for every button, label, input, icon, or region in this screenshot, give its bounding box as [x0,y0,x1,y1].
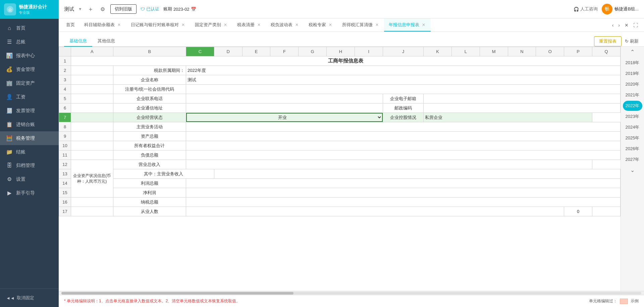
old-version-btn[interactable]: 切到旧版 [110,4,137,14]
sheet-cell-12-1[interactable]: 营业总收入 [113,160,186,169]
sheet-cell-17-2[interactable] [186,207,564,216]
sheet-cell-13-0[interactable]: 其中：主营业务收入 [113,169,214,179]
sheet-cell-17-4[interactable] [592,207,620,216]
sheet-cell-8-0[interactable] [71,122,113,132]
year-item-2026[interactable]: 2026年 [623,144,642,154]
refresh-btn[interactable]: ↻ 刷新 [625,38,639,44]
tab-close-journal-bank[interactable]: ✕ [181,22,185,28]
sheet-cell-5-0[interactable] [71,94,113,103]
tab-next-btn[interactable]: › [616,21,622,29]
col-header-n[interactable]: N [508,47,536,56]
sheet-cell-6-3[interactable]: 邮政编码 [383,103,424,113]
col-header-p[interactable]: P [564,47,592,56]
year-scroll-down-btn[interactable]: ⌄ [630,168,635,173]
sheet-cell-16-0[interactable] [71,198,113,207]
service-btn[interactable]: 🎧 人工咨询 [574,6,598,12]
sidebar-item-inventory[interactable]: 📋进销台账 [0,118,59,131]
col-header-c[interactable]: C [186,47,214,56]
calendar-icon[interactable]: 📅 [191,7,196,12]
tab-close-annual-report[interactable]: ✕ [421,22,426,28]
sheet-cell-15-0[interactable]: 净利润 [113,188,186,198]
sheet-cell-3-0[interactable] [71,75,113,85]
sheet-cell-14-1[interactable] [186,179,621,188]
sheet-cell-3-1[interactable]: 企业名称 [113,75,186,85]
sheet-cell-8-1[interactable]: 主营业务活动 [113,122,186,132]
col-header-d[interactable]: D [214,47,242,56]
sidebar-item-closing[interactable]: 📁结账 [0,145,59,159]
sheet-cell-10-2[interactable] [186,141,621,150]
sheet-cell-11-2[interactable] [186,150,621,160]
sheet-cell-7-2[interactable]: 开业注销吊销迁出撤销 [186,113,383,122]
sidebar-item-invoice[interactable]: 🧾发票管理 [0,104,59,118]
sheet-cell-4-2[interactable] [186,85,621,94]
sheet-cell-7-0[interactable] [71,113,113,122]
tab-close-income-tax[interactable]: ✕ [375,22,379,28]
tab-close-aux-balance[interactable]: ✕ [117,22,121,28]
sheet-cell-17-3[interactable]: 0 [564,207,592,216]
col-header-i[interactable]: I [355,47,383,56]
sheet-title[interactable]: 工商年报信息表 [71,56,621,66]
cell-dropdown-7-2[interactable]: 开业注销吊销迁出撤销 [186,113,383,122]
sheet-cell-7-3[interactable]: 企业控股情况 [383,113,424,122]
tab-journal-bank[interactable]: 日记账与银行对账单核对✕ [126,18,190,32]
col-header-f[interactable]: F [270,47,299,56]
sheet-cell-10-1[interactable]: 所有者权益合计 [113,141,186,150]
tab-tax-fluctuation[interactable]: 税负波动表✕ [266,18,304,32]
sheet-cell-11-1[interactable]: 负债总额 [113,150,186,160]
year-item-2024[interactable]: 2024年 [623,122,642,132]
col-header-e[interactable]: E [242,47,270,56]
sheet-cell-16-2[interactable] [186,198,621,207]
col-header-m[interactable]: M [480,47,508,56]
col-header-h[interactable]: H [327,47,355,56]
year-item-2021[interactable]: 2021年 [623,90,642,100]
sheet-cell-5-4[interactable] [424,94,621,103]
sheet-cell-5-1[interactable]: 企业联系电话 [113,94,186,103]
year-scroll-up-btn[interactable]: ⌃ [630,49,635,55]
col-header-k[interactable]: K [424,47,452,56]
sheet-cell-5-3[interactable]: 企业电子邮箱 [383,94,424,103]
tab-close-fixed-assets-type[interactable]: ✕ [223,22,228,28]
tab-home[interactable]: 首页 [61,18,79,32]
col-header-b[interactable]: B [113,47,186,56]
settings-icon[interactable]: ⚙ [99,6,106,12]
sidebar-item-tax[interactable]: 🧮税务管理 [0,131,59,145]
tab-close-current-btn[interactable]: ✕ [623,21,631,29]
sheet-cell-9-0[interactable] [71,132,113,141]
sheet-cell-7-4[interactable]: 私营企业 [424,113,592,122]
tab-tax-expert[interactable]: 税检专家✕ [304,18,337,32]
col-header-l[interactable]: L [451,47,480,56]
sheet-cell-7-1[interactable]: 企业经营状态 [113,113,186,122]
sheet-cell-9-2[interactable] [186,132,621,141]
col-header-j[interactable]: J [383,47,424,56]
sheet-cell-13-1[interactable] [214,169,620,179]
sheet-cell-9-1[interactable]: 资产总额 [113,132,186,141]
sub-tab-other[interactable]: 其他信息 [92,36,120,47]
tab-aux-balance[interactable]: 科目辅助余额表✕ [79,18,126,32]
year-item-2020[interactable]: 2020年 [623,79,642,89]
sheet-cell-5-2[interactable] [186,94,383,103]
sidebar-item-fixed-assets[interactable]: 🏢固定资产 [0,76,59,90]
tab-maximize-btn[interactable]: ⛶ [631,21,640,29]
tab-fixed-assets-type[interactable]: 固定资产类别✕ [190,18,232,32]
add-workspace-icon[interactable]: ＋ [86,5,95,13]
sidebar-item-payroll[interactable]: 👤工资 [0,90,59,104]
sidebar-item-ledger[interactable]: ☰总账 [0,35,59,49]
sheet-cell-2-2[interactable]: 2022年度 [186,66,621,75]
sheet-cell-17-0[interactable] [71,207,113,216]
col-header-o[interactable]: O [536,47,564,56]
tab-close-tax-fluctuation[interactable]: ✕ [294,22,299,28]
year-item-2019[interactable]: 2019年 [623,69,642,79]
sheet-cell-11-0[interactable] [71,150,113,160]
sheet-cell-15-1[interactable] [186,188,621,198]
sheet-cell-6-1[interactable]: 企业通信地址 [113,103,186,113]
sheet-cell-6-0[interactable] [71,103,113,113]
year-item-2022[interactable]: 2022年 [623,101,642,111]
tab-tax-return[interactable]: 税表清册✕ [232,18,266,32]
tab-close-tax-expert[interactable]: ✕ [328,22,333,28]
sub-tab-basic[interactable]: 基础信息 [64,36,92,47]
sheet-cell-2-0[interactable] [71,66,113,75]
sidebar-item-reports[interactable]: 📊报表中心 [0,49,59,62]
user-menu[interactable]: 畅 畅捷通B组... [602,4,639,14]
sheet-cell-4-0[interactable] [71,85,113,94]
cancel-fixed-btn[interactable]: ◄◄ 取消固定 [0,292,59,304]
